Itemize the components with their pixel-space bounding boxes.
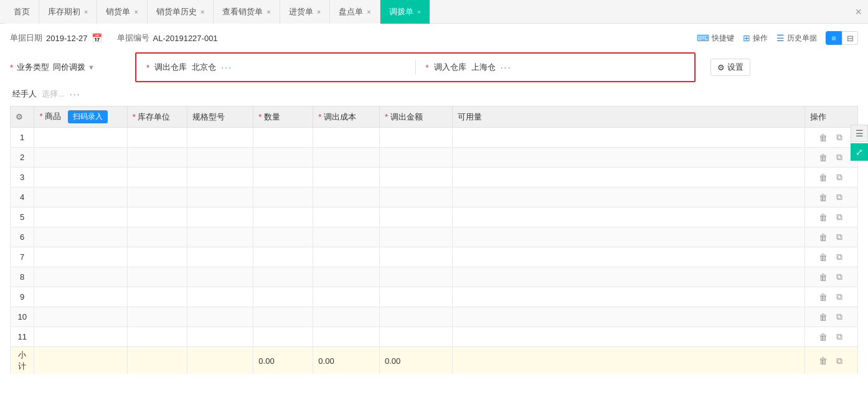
cell-qty-4[interactable]: [253, 188, 313, 207]
cell-available-7[interactable]: [453, 247, 804, 267]
cell-spec-3[interactable]: [187, 168, 253, 188]
cell-qty-2[interactable]: [253, 148, 313, 168]
copy-icon-2[interactable]: ⧉: [833, 151, 846, 164]
cell-amount-11[interactable]: [379, 327, 452, 347]
copy-icon-5[interactable]: ⧉: [833, 211, 846, 224]
business-type-select[interactable]: 同价调拨 ▼: [53, 62, 128, 73]
tab-sales-history[interactable]: 销货单历史 ×: [148, 0, 214, 24]
copy-icon-9[interactable]: ⧉: [833, 291, 846, 303]
cell-unit-2[interactable]: [127, 148, 187, 168]
cell-product-3[interactable]: [34, 168, 127, 188]
th-settings[interactable]: ⚙: [11, 107, 34, 128]
history-button[interactable]: ☰ 历史单据: [776, 33, 817, 44]
cell-qty-5[interactable]: [253, 207, 313, 227]
cell-amount-7[interactable]: [379, 247, 452, 267]
gear-icon[interactable]: ⚙: [16, 112, 23, 121]
tab-view-sales-close[interactable]: ×: [267, 8, 270, 16]
calendar-icon[interactable]: 📅: [92, 33, 102, 43]
cell-available-4[interactable]: [453, 188, 804, 207]
tab-inventory-check[interactable]: 盘点单 ×: [330, 0, 380, 24]
cell-spec-11[interactable]: [187, 327, 253, 347]
tab-inventory-init[interactable]: 库存期初 ×: [39, 0, 97, 24]
tab-sales-history-close[interactable]: ×: [200, 8, 204, 16]
sidebar-list-icon[interactable]: ☰: [851, 125, 868, 142]
cell-available-1[interactable]: [453, 128, 804, 148]
subtotal-delete-icon[interactable]: 🗑: [817, 355, 829, 367]
copy-icon-11[interactable]: ⧉: [833, 331, 846, 343]
cell-available-3[interactable]: [453, 168, 804, 188]
cell-spec-4[interactable]: [187, 188, 253, 207]
cell-spec-1[interactable]: [187, 128, 253, 148]
tab-sales-order[interactable]: 销货单 ×: [97, 0, 147, 24]
cell-product-6[interactable]: [34, 227, 127, 247]
cell-cost-1[interactable]: [313, 128, 380, 148]
cell-unit-11[interactable]: [127, 327, 187, 347]
cell-cost-5[interactable]: [313, 207, 380, 227]
shortcut-button[interactable]: ⌨ 快捷键: [697, 33, 734, 44]
cell-available-11[interactable]: [453, 327, 804, 347]
cell-amount-3[interactable]: [379, 168, 452, 188]
cell-cost-8[interactable]: [313, 267, 380, 287]
cell-cost-6[interactable]: [313, 227, 380, 247]
cell-unit-6[interactable]: [127, 227, 187, 247]
copy-icon-3[interactable]: ⧉: [833, 171, 846, 184]
cell-cost-4[interactable]: [313, 188, 380, 207]
cell-spec-9[interactable]: [187, 287, 253, 307]
subtotal-copy-icon[interactable]: ⧉: [833, 355, 846, 367]
operation-button[interactable]: ⊞ 操作: [743, 33, 768, 44]
cell-available-6[interactable]: [453, 227, 804, 247]
copy-icon-8[interactable]: ⧉: [833, 271, 846, 283]
cell-cost-11[interactable]: [313, 327, 380, 347]
delete-icon-7[interactable]: 🗑: [817, 251, 829, 264]
cell-unit-9[interactable]: [127, 287, 187, 307]
cell-amount-9[interactable]: [379, 287, 452, 307]
tab-inventory-init-close[interactable]: ×: [84, 8, 88, 16]
tab-home[interactable]: 首页: [5, 0, 39, 24]
tab-transfer-order-close[interactable]: ×: [417, 8, 421, 16]
delete-icon-4[interactable]: 🗑: [817, 191, 829, 204]
delete-icon-9[interactable]: 🗑: [817, 291, 829, 303]
cell-amount-8[interactable]: [379, 267, 452, 287]
tab-view-sales[interactable]: 查看销货单 ×: [214, 0, 280, 24]
cell-cost-3[interactable]: [313, 168, 380, 188]
delete-icon-10[interactable]: 🗑: [817, 311, 829, 323]
tab-purchase-order[interactable]: 进货单 ×: [280, 0, 330, 24]
cell-amount-6[interactable]: [379, 227, 452, 247]
cell-qty-9[interactable]: [253, 287, 313, 307]
cell-available-9[interactable]: [453, 287, 804, 307]
cell-available-5[interactable]: [453, 207, 804, 227]
copy-icon-1[interactable]: ⧉: [833, 131, 846, 144]
cell-spec-8[interactable]: [187, 267, 253, 287]
cell-spec-2[interactable]: [187, 148, 253, 168]
cell-product-7[interactable]: [34, 247, 127, 267]
cell-product-4[interactable]: [34, 188, 127, 207]
cell-product-8[interactable]: [34, 267, 127, 287]
cell-qty-7[interactable]: [253, 247, 313, 267]
cell-qty-8[interactable]: [253, 267, 313, 287]
cell-cost-9[interactable]: [313, 287, 380, 307]
delete-icon-8[interactable]: 🗑: [817, 271, 829, 283]
cell-spec-6[interactable]: [187, 227, 253, 247]
delete-icon-3[interactable]: 🗑: [817, 171, 829, 184]
cell-unit-3[interactable]: [127, 168, 187, 188]
cell-unit-4[interactable]: [127, 188, 187, 207]
cell-amount-5[interactable]: [379, 207, 452, 227]
cell-unit-7[interactable]: [127, 247, 187, 267]
view-grid-button[interactable]: ⊟: [842, 31, 858, 45]
cell-product-9[interactable]: [34, 287, 127, 307]
cell-amount-2[interactable]: [379, 148, 452, 168]
cell-qty-3[interactable]: [253, 168, 313, 188]
cell-unit-8[interactable]: [127, 267, 187, 287]
tab-purchase-order-close[interactable]: ×: [317, 8, 321, 16]
person-select[interactable]: 选择...: [42, 88, 65, 100]
cell-product-10[interactable]: [34, 307, 127, 327]
view-list-button[interactable]: ≡: [826, 31, 842, 45]
sidebar-link-icon[interactable]: ⤢: [851, 143, 868, 161]
delete-icon-6[interactable]: 🗑: [817, 231, 829, 244]
warehouse-in-more[interactable]: ···: [501, 62, 512, 72]
cell-amount-1[interactable]: [379, 128, 452, 148]
cell-product-2[interactable]: [34, 148, 127, 168]
cell-spec-10[interactable]: [187, 307, 253, 327]
tab-transfer-order[interactable]: 调拨单 ×: [380, 0, 430, 24]
copy-icon-4[interactable]: ⧉: [833, 191, 846, 204]
